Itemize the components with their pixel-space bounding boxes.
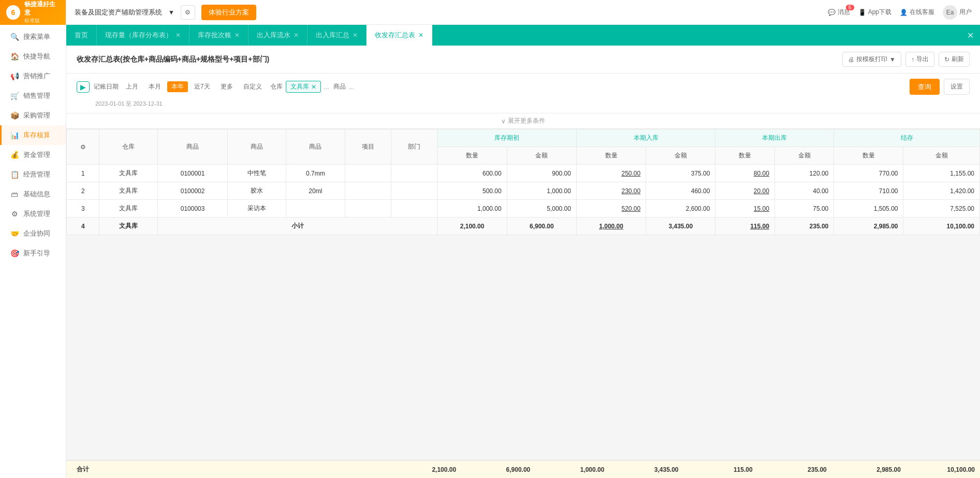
cell-name: 中性笔 [227,165,286,182]
cell-opening-qty: 500.00 [437,182,507,200]
export-button[interactable]: ↑ 导出 [905,52,934,67]
cell-in-qty[interactable]: 250.00 [576,165,646,182]
tab-close-4[interactable]: ✕ [353,32,358,39]
th-goods-spec: 商品 [286,129,345,165]
messages-btn[interactable]: 💬 消息 6 [828,8,850,17]
messages-badge: 6 [846,5,854,10]
footer-balance-amount: 10,100.00 [906,466,980,473]
sidebar-item-finance[interactable]: 💰资金管理 [0,145,66,165]
table-footer: 合计 2,100.00 6,900.00 1,000.00 3,435.00 1… [66,460,980,478]
th-department: 部门 [391,129,437,165]
date-btn-近7天[interactable]: 近7天 [190,81,214,92]
tab-close-2[interactable]: ✕ [235,32,240,39]
goods-more-btn[interactable]: ... [349,83,354,91]
cell-in-qty[interactable]: 520.00 [576,200,646,218]
online-service-btn[interactable]: 👤 在线客服 [900,8,934,17]
footer-opening-amount: 6,900.00 [461,466,535,473]
sidebar-item-label: 销售管理 [23,91,50,100]
sidebar-item-system[interactable]: ⚙系统管理 [0,204,66,224]
date-btn-更多[interactable]: 更多 [216,81,237,92]
tab-close-3[interactable]: ✕ [294,32,299,39]
user-btn[interactable]: Ea 用户 [943,5,972,20]
tab-close-1[interactable]: ✕ [175,32,181,39]
subtotal-in-qty[interactable]: 1,000.00 [576,218,646,235]
cell-out-qty[interactable]: 80.00 [715,165,774,182]
cell-in-qty[interactable]: 230.00 [576,182,646,200]
sidebar-item-marketing[interactable]: 📢营销推广 [0,66,66,86]
system-dropdown[interactable]: ▼ [168,9,174,16]
footer-balance-qty: 2,985.00 [832,466,906,473]
sidebar-item-operations[interactable]: 📋经营管理 [0,165,66,184]
download-icon: 📱 [858,9,866,16]
topbar-settings-btn[interactable]: ⚙ [181,5,195,20]
warehouse-tag-close[interactable]: ✕ [311,83,316,91]
refresh-button[interactable]: ↻ 刷新 [939,52,970,67]
filter-toggle[interactable]: ▶ [77,81,90,93]
tab-5[interactable]: 收发存汇总表✕ [367,25,432,46]
tab-1[interactable]: 现存量（库存分布表）✕ [97,25,189,46]
date-btn-本年[interactable]: 本年 [167,81,188,92]
app-logo: 6 [6,5,20,20]
query-button[interactable]: 查询 [910,79,940,95]
cell-balance-amount: 1,155.00 [903,165,980,182]
expand-more-btn[interactable]: ∨ 展开更多条件 [501,117,545,125]
table-row: 1 文具库 0100001 中性笔 0.7mm 600.00 900.00 25… [67,165,980,182]
cell-project [345,165,391,182]
tabbar: 首页现存量（库存分布表）✕库存批次账✕出入库流水✕出入库汇总✕收发存汇总表✕✕ [66,25,980,46]
sidebar-item-search[interactable]: 🔍搜索菜单 [0,27,66,47]
cell-warehouse: 文具库 [99,200,158,218]
date-btn-自定义[interactable]: 自定义 [239,81,266,92]
date-range-display: 2023-01-01 至 2023-12-31 [95,100,163,107]
cell-out-qty[interactable]: 20.00 [715,182,774,200]
page-title: 收发存汇总表(按仓库+商品编码+商品+规格型号+项目+部门) [77,55,269,64]
cell-spec: 0.7mm [286,165,345,182]
tabbar-close-btn[interactable]: ✕ [961,25,980,46]
tab-2[interactable]: 库存批次账✕ [189,25,248,46]
cell-balance-qty: 1,505.00 [834,200,903,218]
th-in-group: 本期入库 [576,129,715,147]
print-button[interactable]: 🖨 按模板打印 ▼ [842,52,901,67]
table-subtotal-row: 4 文具库 小计 2,100.00 6,900.00 1,000.00 3,43… [67,218,980,235]
footer-out-qty: 115.00 [684,466,758,473]
tab-4[interactable]: 出入库汇总✕ [308,25,367,46]
cell-warehouse: 文具库 [99,165,158,182]
warehouse-more-btn[interactable]: ... [324,83,329,91]
cell-num: 3 [67,200,99,218]
cell-out-amount: 120.00 [774,165,833,182]
sidebar-item-cooperation[interactable]: 🤝企业协同 [0,224,66,243]
tab-0[interactable]: 首页 [66,25,97,46]
date-btn-上月[interactable]: 上月 [122,81,142,92]
th-balance-amount: 金额 [903,147,980,165]
export-icon: ↑ [911,56,914,63]
sidebar-item-sales[interactable]: 🛒销售管理 [0,86,66,106]
filter-bar: ▶ 记账日期 上月本月本年近7天更多自定义 仓库 文具库 ✕ ... 商品 ..… [66,74,980,113]
settings-button[interactable]: 设置 [944,79,970,95]
warehouse-tag[interactable]: 文具库 ✕ [286,81,321,93]
sidebar-item-inventory[interactable]: 📊库存核算 [0,125,66,145]
main-content: 收发存汇总表(按仓库+商品编码+商品+规格型号+项目+部门) 🖨 按模板打印 ▼… [66,46,980,478]
tab-close-5[interactable]: ✕ [418,32,423,39]
cell-balance-amount: 1,420.00 [903,182,980,200]
data-table-wrapper: ⚙ 仓库 商品 商品 商品 项目 部门 库存期初 本期入库 本期出库 结存 数量… [66,129,980,235]
app-download-btn[interactable]: 📱 App下载 [858,8,891,17]
sidebar-item-quick-nav[interactable]: 🏠快捷导航 [0,47,66,66]
tab-label: 现存量（库存分布表） [105,31,172,40]
purchase-icon: 📦 [10,111,19,120]
cell-out-qty[interactable]: 15.00 [715,200,774,218]
th-balance-group: 结存 [834,129,980,147]
cell-in-amount: 375.00 [646,165,715,182]
trial-button[interactable]: 体验行业方案 [201,5,256,20]
inventory-icon: 📊 [10,131,19,139]
cell-opening-amount: 1,000.00 [507,182,576,200]
th-settings[interactable]: ⚙ [67,129,99,165]
sidebar-item-guide[interactable]: 🎯新手引导 [0,243,66,263]
th-project: 项目 [345,129,391,165]
sidebar-item-basic-info[interactable]: 🗃基础信息 [0,184,66,204]
date-btn-本月[interactable]: 本月 [144,81,165,92]
subtotal-out-qty[interactable]: 115.00 [715,218,774,235]
sidebar-header[interactable]: 6 畅捷通好生意 标准版 [0,0,66,25]
subtotal-warehouse: 文具库 [99,218,158,235]
tab-3[interactable]: 出入库流水✕ [248,25,308,46]
th-in-qty: 数量 [576,147,646,165]
sidebar-item-purchase[interactable]: 📦采购管理 [0,106,66,125]
